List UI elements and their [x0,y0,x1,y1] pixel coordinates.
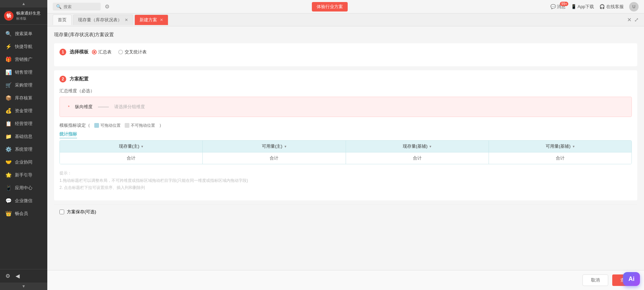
vertical-dim-row[interactable]: * 纵向维度 —— 请选择分组维度 [59,97,632,117]
step2-title: 方案配置 [70,76,89,82]
sidebar-item-basic[interactable]: 📁基础信息 [0,130,47,143]
sidebar-icon-inventory: 📦 [5,95,11,101]
stats-table: 现存量(主)▾可用量(主)▾现存量(基辅)▾可用量(基辅)▾ 合计合计合计合计 [59,140,632,164]
stats-col-current_aux[interactable]: 现存量(基辅)▾ [346,141,489,152]
step2-section: 2 方案配置 汇总维度（必选） * 纵向维度 —— 请选择分组维度 模板指标设定… [54,70,637,200]
stats-col-available_main[interactable]: 可用量(主)▾ [203,141,346,152]
tab-home[interactable]: 首页 [53,15,72,25]
trial-btn[interactable]: 体验行业方案 [312,2,348,11]
sidebar-icon-purchase: 🛒 [5,82,11,88]
sidebar-item-search[interactable]: 🔍搜索菜单 [0,27,47,40]
online-service-btn[interactable]: 🎧 在线客服 [599,4,624,10]
sidebar-item-newguide[interactable]: 🌟新手引导 [0,169,47,182]
search-icon: 🔍 [56,4,61,9]
tips-item1: 1.拖动标题栏可以调整布局，不可跨维度或指标区域拖动栏目字段(只能在同一维度或指… [59,177,632,185]
draggable-box [94,123,99,128]
tab-inventory-status[interactable]: 现存量（库存状况表） ✕ [73,15,133,25]
sidebar-item-finance[interactable]: 💰资金管理 [0,104,47,117]
sidebar-item-marketing[interactable]: 🎁营销推广 [0,53,47,66]
col-chevron-current_main: ▾ [141,144,143,149]
tips-item2: 2. 点击标题栏下拉可设置排序、插入列和删除列 [59,184,632,192]
home-tab-label: 首页 [58,17,67,23]
scroll-down-btn[interactable]: ▼ [0,283,47,290]
user-avatar[interactable]: U [629,2,639,11]
step1-section: 1 选择模板 汇总表 交叉统计表 [54,43,637,66]
step1-title: 选择模板 [70,49,89,55]
collapse-icon[interactable]: ◀ [16,273,20,279]
sidebar-icon-newguide: 🌟 [5,172,11,178]
radio-summary-label: 汇总表 [98,49,112,55]
cancel-button[interactable]: 取消 [583,274,608,286]
tab-inventory-close-icon[interactable]: ✕ [125,18,128,22]
expand-panel-icon[interactable]: ⤢ [634,17,639,23]
sidebar-icon-member: 👑 [5,211,11,217]
vertical-dim-placeholder: 请选择分组维度 [114,104,145,110]
stats-col-available_aux[interactable]: 可用量(基辅)▾ [489,141,631,152]
sidebar: ▲ 畅 畅康通好生意 标准版 🔍搜索菜单⚡快捷导航🎁营销推广📊销售管理🛒采购管理… [0,0,47,290]
settings-icon[interactable]: ⚙ [5,273,10,279]
headset-icon: 🎧 [599,4,605,9]
stats-cell-available_main: 合计 [203,152,346,164]
radio-summary[interactable]: 汇总表 [92,49,112,55]
col-label-current_aux: 现存量(基辅) [403,143,428,149]
scroll-up-btn[interactable]: ▲ [0,0,47,7]
tips-section: 提示： 1.拖动标题栏可以调整布局，不可跨维度或指标区域拖动栏目字段(只能在同一… [59,170,632,192]
sidebar-icon-finance: 💰 [5,108,11,114]
sidebar-label-operation: 经营管理 [15,121,32,127]
sidebar-item-quicknav[interactable]: ⚡快捷导航 [0,40,47,53]
sidebar-label-inventory: 库存核算 [15,95,32,101]
summary-dim-label: 汇总维度（必选） [59,88,632,94]
app-version: 标准版 [16,16,41,21]
ai-float-btn[interactable]: Ai [623,272,640,286]
sidebar-item-inventory[interactable]: 📦库存核算 [0,92,47,104]
sidebar-label-purchase: 采购管理 [15,82,32,88]
stats-cell-available_aux: 合计 [489,152,631,164]
tabbar: 首页 现存量（库存状况表） ✕ 新建方案 ✕ ✕ ⤢ [47,14,644,26]
indicator-settings-label: 模板指标设定（ 可拖动位置 不可拖动位置 ） [59,122,632,128]
col-label-available_aux: 可用量(基辅) [546,143,571,149]
sidebar-bottom: ⚙ ◀ [0,269,47,283]
main-area: 🔍 ⚙ 体验行业方案 💬 消息 99+ 📱 App下载 🎧 在线客服 U 首页 [47,0,644,290]
sidebar-item-wechat[interactable]: 💬企业微信 [0,194,47,207]
col-chevron-available_main: ▾ [284,144,287,149]
search-box[interactable]: 🔍 [53,3,101,10]
search-input[interactable] [64,4,97,9]
radio-cross[interactable]: 交叉统计表 [118,49,147,55]
step1-header: 1 选择模板 汇总表 交叉统计表 [59,49,632,55]
message-icon: 💬 [550,4,556,9]
sidebar-item-enterprise[interactable]: 🤝企业协同 [0,156,47,169]
step1-badge: 1 [59,49,66,55]
gear-icon[interactable]: ⚙ [105,3,109,10]
stats-cell-current_aux: 合计 [346,152,489,164]
tab-new-plan-close-icon[interactable]: ✕ [160,18,163,22]
app-download-btn[interactable]: 📱 App下载 [571,4,594,10]
sidebar-item-purchase[interactable]: 🛒采购管理 [0,79,47,92]
messages-btn[interactable]: 💬 消息 99+ [550,4,566,10]
step2-header: 2 方案配置 [59,76,632,82]
step2-badge: 2 [59,76,66,82]
stats-cell-current_main: 合计 [60,152,203,164]
indicator-label-prefix: 模板指标设定（ [59,122,90,128]
tab-new-plan[interactable]: 新建方案 ✕ [134,15,168,25]
sidebar-item-member[interactable]: 👑畅会员 [0,207,47,220]
legend-draggable: 可拖动位置 [94,123,121,128]
sidebar-item-system[interactable]: ⚙️系统管理 [0,143,47,156]
not-draggable-box [125,123,129,128]
radio-cross-dot [118,50,123,54]
new-plan-label: 新建方案 [140,17,157,23]
sidebar-item-operation[interactable]: 📋经营管理 [0,117,47,130]
stats-col-current_main[interactable]: 现存量(主)▾ [60,141,203,152]
topbar: 🔍 ⚙ 体验行业方案 💬 消息 99+ 📱 App下载 🎧 在线客服 U [47,0,644,14]
messages-badge: 99+ [560,2,568,6]
sidebar-item-appcenter[interactable]: 📱应用中心 [0,182,47,194]
sidebar-icon-marketing: 🎁 [5,56,11,63]
sidebar-logo: 畅 畅康通好生意 标准版 [0,7,47,25]
online-service-label: 在线客服 [606,4,624,9]
page-title: 现存量(库存状况表)方案设置 [54,32,637,38]
save-checkbox[interactable] [59,210,64,214]
close-panel-icon[interactable]: ✕ [627,17,631,23]
sidebar-label-marketing: 营销推广 [15,56,32,63]
sidebar-item-sales[interactable]: 📊销售管理 [0,66,47,79]
sidebar-icon-system: ⚙️ [5,146,11,152]
stats-table-header: 现存量(主)▾可用量(主)▾现存量(基辅)▾可用量(基辅)▾ [60,141,631,152]
